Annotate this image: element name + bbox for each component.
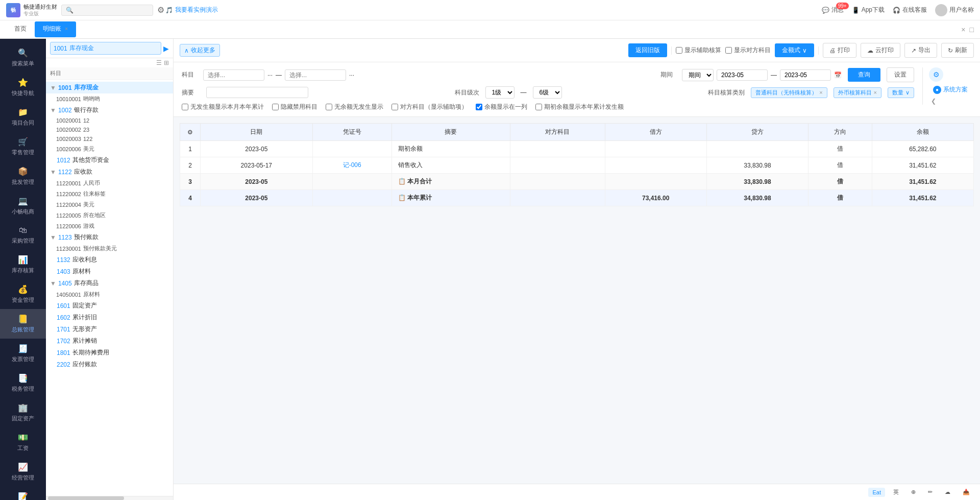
account-level-start-select[interactable]: 1级	[485, 86, 514, 99]
table-settings-icon[interactable]: ⚙	[187, 129, 193, 136]
tree-node-1132[interactable]: ▶ 1132 应收利息	[46, 254, 173, 266]
balance-inline-check[interactable]	[476, 104, 482, 110]
account-nav-right[interactable]: ▶	[163, 44, 169, 53]
lang-btn[interactable]: 英	[889, 487, 903, 497]
account-level-end-select[interactable]: 6级	[533, 86, 562, 99]
tree-node-1002[interactable]: ▼ 1002 银行存款	[46, 104, 173, 116]
tree-node-1122[interactable]: ▼ 1122 应收款	[46, 166, 173, 178]
message-item[interactable]: 💬 消息 99+	[822, 6, 844, 14]
tree-node-14050001[interactable]: 14050001 原材料	[46, 289, 173, 300]
tree-node-1403[interactable]: ▶ 1403 原材料	[46, 266, 173, 277]
setup-icon-btn[interactable]: ⚙	[929, 67, 943, 82]
account-type-tag-2[interactable]: 外币核算科目 ×	[834, 87, 881, 98]
tree-node-11220006[interactable]: 11220006 游戏	[46, 221, 173, 231]
eat-btn[interactable]: Eat	[868, 488, 885, 497]
tree-node-11220002[interactable]: 11220002 往来标签	[46, 188, 173, 199]
sidebar-item-purchase[interactable]: 🛍 采购管理	[0, 221, 46, 250]
tree-node-10020003[interactable]: 10020003 122	[46, 134, 173, 144]
tab-ledger-close[interactable]: ×	[65, 26, 68, 32]
th-settings[interactable]: ⚙	[180, 124, 201, 141]
opposite-check[interactable]	[391, 104, 398, 110]
sidebar-item-invoice[interactable]: 🧾 发票管理	[0, 339, 46, 368]
tree-expand-icon[interactable]: ⊞	[164, 59, 169, 66]
tree-node-10020002[interactable]: 10020002 23	[46, 125, 173, 134]
scheme-btn[interactable]: ● 系统方案	[929, 84, 972, 96]
sidebar-item-salary[interactable]: 💵 工资	[0, 427, 46, 457]
return-old-btn[interactable]: 返回旧版	[628, 43, 667, 57]
tag-close-2[interactable]: ×	[874, 89, 877, 96]
cloud-print-btn[interactable]: ☁ 云打印	[861, 43, 900, 58]
sidebar-item-quick-nav[interactable]: ⭐ 快捷导航	[0, 73, 46, 102]
no-amount-checkbox[interactable]: 无余额无发生显示	[326, 103, 383, 111]
tree-node-1001[interactable]: ▼ 1001 库存现金	[46, 82, 173, 93]
sidebar-item-fixed-assets[interactable]: 🏢 固定资产	[0, 398, 46, 427]
restore-btn[interactable]: □	[970, 26, 974, 34]
export-btn[interactable]: ↗ 导出	[904, 43, 937, 58]
summary-input[interactable]	[206, 87, 308, 98]
tree-node-1405[interactable]: ▼ 1405 库存商品	[46, 277, 173, 289]
period-end-input[interactable]	[780, 69, 831, 81]
calendar-icon[interactable]: 📅	[834, 72, 842, 79]
tree-node-11230001[interactable]: 11230001 预付账款美元	[46, 243, 173, 254]
edit-btn[interactable]: ✏	[924, 487, 937, 497]
opening-balance-check[interactable]	[535, 104, 542, 110]
sidebar-item-project[interactable]: 📁 项目合同	[0, 102, 46, 132]
tree-scroll-x[interactable]	[46, 496, 173, 500]
refresh-btn[interactable]: ↻ 刷新	[941, 43, 974, 58]
period-start-input[interactable]	[717, 69, 768, 81]
voucher-link-2[interactable]: 记-006	[343, 161, 361, 169]
sidebar-item-fund[interactable]: 💰 资金管理	[0, 279, 46, 309]
show-aux-check[interactable]	[676, 47, 682, 54]
account-type-tag-1[interactable]: 普通科目（无特殊核算） ×	[751, 87, 827, 98]
demo-link[interactable]: 🎵 我要看实例演示	[165, 6, 822, 14]
hide-disabled-checkbox[interactable]: 隐藏禁用科目	[272, 103, 317, 111]
no-balance-check[interactable]	[182, 104, 188, 110]
tab-home[interactable]: 首页	[6, 21, 35, 37]
sidebar-item-retail[interactable]: 🛒 零售管理	[0, 132, 46, 161]
app-download-item[interactable]: 📱 App下载	[852, 6, 885, 14]
sidebar-item-inventory[interactable]: 📊 库存核算	[0, 250, 46, 279]
period-type-select[interactable]: 期间	[682, 69, 714, 81]
collapse-btn[interactable]: ∧ 收起更多	[180, 44, 220, 57]
sidebar-item-sales-report[interactable]: 📝 小畅报销	[0, 487, 46, 500]
account-type-tag-3[interactable]: 数量 ∨	[888, 87, 914, 98]
tree-node-10020006[interactable]: 10020006 美元	[46, 144, 173, 154]
account-end-input[interactable]	[285, 69, 346, 81]
tree-node-11220004[interactable]: 11220004 美元	[46, 199, 173, 210]
tag-close-1[interactable]: ×	[819, 89, 822, 96]
tab-ledger[interactable]: 明细账 ×	[35, 21, 76, 37]
online-service-item[interactable]: 🎧 在线客服	[893, 6, 927, 14]
query-btn[interactable]: 查询	[848, 68, 880, 82]
print-btn[interactable]: 🖨 打印	[823, 43, 856, 58]
hide-disabled-check[interactable]	[272, 104, 279, 110]
top-search-box[interactable]: 🔍	[61, 5, 153, 16]
tag-dropdown-3[interactable]: ∨	[905, 89, 910, 96]
balance-inline-checkbox[interactable]: 余额显示在一列	[476, 103, 527, 111]
sidebar-item-wholesale[interactable]: 📦 批发管理	[0, 161, 46, 191]
settings-gear-icon[interactable]: ⚙	[157, 6, 164, 14]
tree-node-11220005[interactable]: 11220005 所在地区	[46, 210, 173, 221]
no-amount-check[interactable]	[326, 104, 332, 110]
tree-node-11220001[interactable]: 11220001 人民币	[46, 178, 173, 188]
show-aux-checkbox[interactable]: 显示辅助核算	[676, 46, 721, 55]
cell-voucher-2[interactable]: 记-006	[312, 157, 391, 174]
tree-node-1801[interactable]: ▶ 1801 长期待摊费用	[46, 347, 173, 359]
selected-account[interactable]: 1001 库存现金	[50, 42, 161, 55]
opposite-checkbox[interactable]: 对方科目（显示辅助项）	[391, 103, 468, 111]
tree-node-1701[interactable]: ▶ 1701 无形资产	[46, 323, 173, 335]
show-opposite-checkbox[interactable]: 显示对方科目	[725, 46, 771, 55]
tree-node-10010001[interactable]: 10010001 哟哟哟	[46, 93, 173, 104]
no-balance-checkbox[interactable]: 无发生额显示本月本年累计	[182, 103, 264, 111]
tree-node-1601[interactable]: ▶ 1601 固定资产	[46, 300, 173, 312]
cloud-btn[interactable]: ☁	[941, 487, 954, 497]
download-bottom-btn[interactable]: 📥	[959, 487, 974, 497]
show-opposite-check[interactable]	[725, 47, 732, 54]
tree-node-1702[interactable]: ▶ 1702 累计摊销	[46, 335, 173, 347]
sidebar-item-operation[interactable]: 📈 经营管理	[0, 457, 46, 487]
close-window-btn[interactable]: ×	[961, 26, 965, 34]
tree-node-10020001[interactable]: 10020001 12	[46, 116, 173, 125]
tree-node-1602[interactable]: ▶ 1602 累计折旧	[46, 312, 173, 323]
settings-btn-filter[interactable]: 设置	[887, 67, 914, 82]
sidebar-item-search[interactable]: 🔍 搜索菜单	[0, 43, 46, 73]
top-search-input[interactable]	[74, 7, 145, 14]
